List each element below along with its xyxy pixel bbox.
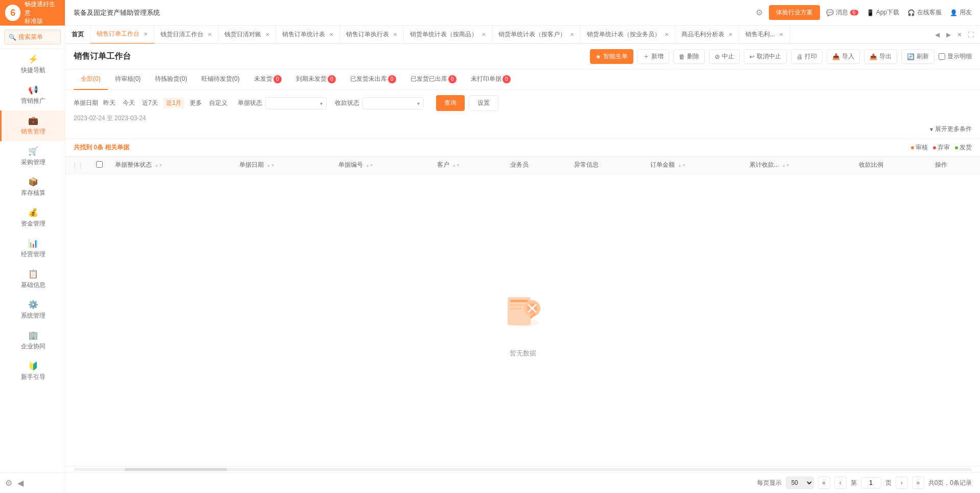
sidebar-nav-item-purchase[interactable]: 🛒 采购管理 xyxy=(0,141,65,172)
cancel-stop-button[interactable]: ↩ 取消中止 xyxy=(744,49,787,64)
sub-tab-not-shipped[interactable]: 未发货 0 xyxy=(247,70,289,90)
page-number-input[interactable] xyxy=(861,477,881,488)
tab-close-sales-summary-staff[interactable]: ✕ xyxy=(665,32,669,37)
sub-tab-wangpu-deliver[interactable]: 旺铺待发货(0) xyxy=(194,70,247,90)
tab-close-product-profit[interactable]: ✕ xyxy=(728,32,733,37)
pagination-last[interactable]: » xyxy=(912,477,924,489)
horizontal-scrollbar[interactable] xyxy=(65,466,980,472)
smart-gen-button[interactable]: ★ 智能生单 xyxy=(590,49,633,64)
scroll-track[interactable] xyxy=(74,468,972,471)
tab-cash-reconcile[interactable]: 钱货日清对账 ✕ xyxy=(218,26,276,44)
tab-sales-summary-product[interactable]: 销货单统计表（按商品） ✕ xyxy=(404,26,492,44)
per-page-select[interactable]: 50 100 xyxy=(786,477,814,489)
select-all-checkbox[interactable] xyxy=(96,161,103,168)
tab-close-sales-summary-customer[interactable]: ✕ xyxy=(570,32,574,37)
col-drag: ⋮⋮ xyxy=(65,156,90,174)
show-detail-checkbox[interactable] xyxy=(939,53,945,60)
date-btn-7days[interactable]: 近7天 xyxy=(140,98,160,108)
sub-tab-shipped-out[interactable]: 已发货已出库 0 xyxy=(403,70,464,90)
sidebar-nav-item-inventory[interactable]: 📦 库存核算 xyxy=(0,172,65,203)
tabs-maximize[interactable]: ⛶ xyxy=(966,30,976,40)
sort-date-icon[interactable]: ▲▼ xyxy=(267,163,275,168)
tab-close-sales-exec[interactable]: ✕ xyxy=(393,32,397,37)
sub-tab-all[interactable]: 全部(0) xyxy=(74,70,108,90)
ship-action-button[interactable]: 发货 xyxy=(955,143,972,152)
sub-tab-pending-review[interactable]: 待审核(0) xyxy=(108,70,148,90)
date-btn-custom[interactable]: 自定义 xyxy=(207,98,230,108)
sidebar-nav-item-enterprise[interactable]: 🏢 企业协同 xyxy=(0,325,65,356)
tab-close-sales-more[interactable]: ✕ xyxy=(779,32,783,37)
app-download-button[interactable]: 📱 App下载 xyxy=(867,8,899,17)
sub-tab-shipped-not-out[interactable]: 已发货未出库 0 xyxy=(343,70,403,90)
tab-sales-stat[interactable]: 销售订单统计表 ✕ xyxy=(276,26,340,44)
export-button[interactable]: 📤 导出 xyxy=(864,49,897,64)
settings-icon[interactable]: ⚙ xyxy=(756,8,763,17)
sub-tab-pending-inspect[interactable]: 待拣验货(0) xyxy=(148,70,194,90)
revoke-action-button[interactable]: 弃审 xyxy=(933,143,950,152)
pagination-first[interactable]: « xyxy=(818,477,830,489)
search-menu-button[interactable]: 🔍 搜索菜单 xyxy=(4,30,61,44)
tab-close-cash-reconcile[interactable]: ✕ xyxy=(265,32,269,37)
tab-close-cash-daily[interactable]: ✕ xyxy=(208,32,212,37)
sidebar-nav-item-operation[interactable]: 📊 经营管理 xyxy=(0,233,65,264)
delete-icon: 🗑 xyxy=(679,53,685,60)
tab-sales-workbench[interactable]: 销售订单工作台 ✕ xyxy=(90,26,154,44)
expand-filter-button[interactable]: ▾ 展开更多条件 xyxy=(930,125,972,133)
print-button[interactable]: 🖨 打印 xyxy=(791,49,823,64)
table-scroll-area[interactable]: ⋮⋮ 单据整体状态 ▲▼ 单据日期 ▲▼ 单据编号 xyxy=(65,156,980,466)
sort-amount-icon[interactable]: ▲▼ xyxy=(678,163,686,168)
header-actions: 💬 消息 6 📱 App下载 🎧 在线客服 👤 用友 xyxy=(826,8,972,17)
sort-collected-icon[interactable]: ▲▼ xyxy=(782,163,790,168)
tab-sales-summary-staff[interactable]: 销货单统计表（按业务员） ✕ xyxy=(581,26,675,44)
sidebar-nav-item-marketing[interactable]: 📢 营销推广 xyxy=(0,80,65,110)
sub-tab-not-printed[interactable]: 未打印单据 0 xyxy=(464,70,518,90)
status-select[interactable] xyxy=(265,97,327,109)
stop-button[interactable]: ⊘ 中止 xyxy=(709,49,740,64)
tab-sales-exec[interactable]: 销售订单执行表 ✕ xyxy=(340,26,404,44)
date-btn-1month[interactable]: 近1月 xyxy=(163,98,185,108)
import-button[interactable]: 📥 导入 xyxy=(827,49,860,64)
pagination-prev[interactable]: ‹ xyxy=(834,477,847,489)
tabs-close-all[interactable]: ✕ xyxy=(954,30,965,40)
delete-button[interactable]: 🗑 删除 xyxy=(673,49,705,64)
review-action-button[interactable]: 审核 xyxy=(911,143,928,152)
refresh-button[interactable]: 🔄 刷新 xyxy=(901,49,935,64)
sidebar-nav-item-system[interactable]: ⚙️ 系统管理 xyxy=(0,295,65,325)
date-btn-yesterday[interactable]: 昨天 xyxy=(101,98,118,108)
set-button[interactable]: 设置 xyxy=(469,95,498,111)
sidebar-nav-item-quick-nav[interactable]: ⚡ 快捷导航 xyxy=(0,49,65,80)
add-button[interactable]: ＋ 新增 xyxy=(637,49,669,64)
tab-close-sales-stat[interactable]: ✕ xyxy=(329,32,333,37)
tab-product-profit[interactable]: 商品毛利分析表 ✕ xyxy=(675,26,739,44)
sub-tab-overdue-not-shipped[interactable]: 到期未发货 0 xyxy=(289,70,343,90)
scroll-thumb[interactable] xyxy=(125,468,227,471)
settings-button[interactable]: ⚙ xyxy=(5,478,12,488)
tab-close-sales-summary-product[interactable]: ✕ xyxy=(482,32,486,37)
tab-sales-more[interactable]: 销售毛利... ✕ xyxy=(739,26,790,44)
message-button[interactable]: 💬 消息 6 xyxy=(826,8,858,17)
online-service-button[interactable]: 🎧 在线客服 xyxy=(907,8,942,17)
col-checkbox[interactable] xyxy=(90,156,109,174)
sort-customer-icon[interactable]: ▲▼ xyxy=(452,163,460,168)
tabs-scroll-right[interactable]: ▶ xyxy=(943,30,953,40)
payment-select[interactable] xyxy=(362,97,424,109)
tab-close-sales-workbench[interactable]: ✕ xyxy=(144,31,148,37)
sidebar-nav-item-sales[interactable]: 💼 销售管理 xyxy=(0,110,65,141)
sidebar-nav-item-finance[interactable]: 💰 资金管理 xyxy=(0,203,65,233)
query-button[interactable]: 查询 xyxy=(436,95,465,111)
pagination-next[interactable]: › xyxy=(896,477,908,489)
tab-cash-daily[interactable]: 钱货日清工作台 ✕ xyxy=(154,26,218,44)
sidebar-nav-item-guide[interactable]: 🔰 新手引导 xyxy=(0,356,65,387)
tabs-scroll-left[interactable]: ◀ xyxy=(932,30,942,40)
date-btn-today[interactable]: 今天 xyxy=(121,98,137,108)
tab-home[interactable]: 首页 xyxy=(65,26,90,44)
sort-number-icon[interactable]: ▲▼ xyxy=(366,163,374,168)
show-detail-toggle[interactable]: 显示明细 xyxy=(939,52,972,61)
sort-status-icon[interactable]: ▲▼ xyxy=(154,163,163,168)
date-btn-more[interactable]: 更多 xyxy=(188,98,204,108)
user-menu-button[interactable]: 👤 用友 xyxy=(950,8,972,17)
sidebar-nav-item-base-info[interactable]: 📋 基础信息 xyxy=(0,264,65,295)
collapse-sidebar-button[interactable]: ◀ xyxy=(17,478,24,488)
tab-sales-summary-customer[interactable]: 销货单统计表（按客户） ✕ xyxy=(492,26,581,44)
experience-button[interactable]: 体验行业方案 xyxy=(769,5,820,20)
